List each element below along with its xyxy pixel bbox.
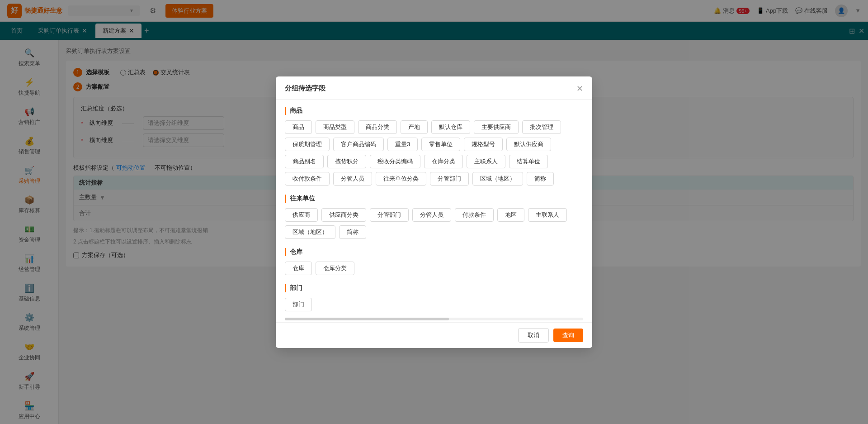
chip-retail-unit[interactable]: 零售单位 (421, 138, 460, 151)
modal-header: 分组待选字段 ✕ (276, 76, 592, 100)
chip-counterpart-category[interactable]: 往来单位分类 (376, 172, 426, 186)
section-counterpart: 往来单位 供应商 供应商分类 分管部门 分管人员 付款条件 地区 主联系人 区域… (285, 195, 583, 239)
chip-managed-dept[interactable]: 分管部门 (370, 208, 409, 222)
chip-default-warehouse[interactable]: 默认仓库 (431, 120, 470, 134)
section-dept: 部门 部门 (285, 284, 583, 311)
chip-product-alias[interactable]: 商品别名 (285, 155, 324, 168)
chip-product-category[interactable]: 商品分类 (358, 120, 397, 134)
chip-warehouse-cat[interactable]: 仓库分类 (316, 262, 354, 275)
chip-region[interactable]: 地区 (497, 208, 524, 222)
chip-abbr-product[interactable]: 简称 (527, 172, 554, 186)
chip-main-contact-cp[interactable]: 主联系人 (528, 208, 567, 222)
modal-close-button[interactable]: ✕ (576, 84, 583, 94)
section-product-title: 商品 (285, 107, 583, 115)
section-warehouse-chips: 仓库 仓库分类 (285, 262, 583, 275)
section-dept-title: 部门 (285, 284, 583, 292)
chip-payment-terms[interactable]: 收付款条件 (285, 172, 330, 186)
modal-hscroll-track (285, 318, 583, 320)
chip-spec-model[interactable]: 规格型号 (464, 138, 503, 151)
chip-dept-managed[interactable]: 分管部门 (430, 172, 469, 186)
chip-dept[interactable]: 部门 (285, 298, 312, 311)
chip-main-supplier[interactable]: 主要供应商 (474, 120, 519, 134)
chip-product-type[interactable]: 商品类型 (316, 120, 354, 134)
chip-warehouse-category[interactable]: 仓库分类 (424, 155, 463, 168)
modal-title: 分组待选字段 (285, 84, 326, 93)
chip-payment-condition[interactable]: 付款条件 (455, 208, 494, 222)
chip-person-in-charge[interactable]: 分管人员 (333, 172, 372, 186)
confirm-button[interactable]: 查询 (553, 329, 583, 342)
cancel-button[interactable]: 取消 (518, 328, 549, 343)
chip-weight[interactable]: 重量3 (387, 138, 418, 151)
chip-managed-person[interactable]: 分管人员 (412, 208, 451, 222)
section-dept-chips: 部门 (285, 298, 583, 311)
chip-warehouse[interactable]: 仓库 (285, 262, 312, 275)
section-counterpart-chips: 供应商 供应商分类 分管部门 分管人员 付款条件 地区 主联系人 区域（地区） … (285, 208, 583, 239)
modal-overlay: 分组待选字段 ✕ 商品 商品 商品类型 商品分类 产地 默认仓库 主要供应商 批… (0, 0, 868, 424)
modal-dialog: 分组待选字段 ✕ 商品 商品 商品类型 商品分类 产地 默认仓库 主要供应商 批… (276, 76, 592, 348)
section-warehouse-title: 仓库 (285, 248, 583, 256)
chip-region-cp[interactable]: 区域（地区） (285, 225, 335, 239)
modal-footer: 取消 查询 (276, 322, 592, 348)
chip-region-product[interactable]: 区域（地区） (472, 172, 523, 186)
chip-shelf-life[interactable]: 保质期管理 (285, 138, 330, 151)
modal-hscroll-area (276, 316, 592, 322)
chip-tax-code[interactable]: 税收分类编码 (370, 155, 420, 168)
chip-origin[interactable]: 产地 (401, 120, 428, 134)
chip-main-contact[interactable]: 主联系人 (467, 155, 505, 168)
modal-body: 商品 商品 商品类型 商品分类 产地 默认仓库 主要供应商 批次管理 保质期管理… (276, 100, 592, 316)
section-product-chips: 商品 商品类型 商品分类 产地 默认仓库 主要供应商 批次管理 保质期管理 客户… (285, 120, 583, 186)
modal-hscroll-thumb[interactable] (285, 318, 449, 320)
chip-batch-mgmt[interactable]: 批次管理 (522, 120, 561, 134)
chip-customer-code[interactable]: 客户商品编码 (333, 138, 384, 151)
chip-supplier-category[interactable]: 供应商分类 (321, 208, 366, 222)
chip-product[interactable]: 商品 (285, 120, 312, 134)
chip-supplier[interactable]: 供应商 (285, 208, 318, 222)
chip-settlement-unit[interactable]: 结算单位 (509, 155, 548, 168)
section-warehouse: 仓库 仓库 仓库分类 (285, 248, 583, 275)
chip-default-supplier[interactable]: 默认供应商 (506, 138, 551, 151)
chip-abbr-cp[interactable]: 简称 (339, 225, 366, 239)
section-counterpart-title: 往来单位 (285, 195, 583, 203)
chip-pick-points[interactable]: 拣货积分 (327, 155, 366, 168)
section-product: 商品 商品 商品类型 商品分类 产地 默认仓库 主要供应商 批次管理 保质期管理… (285, 107, 583, 186)
